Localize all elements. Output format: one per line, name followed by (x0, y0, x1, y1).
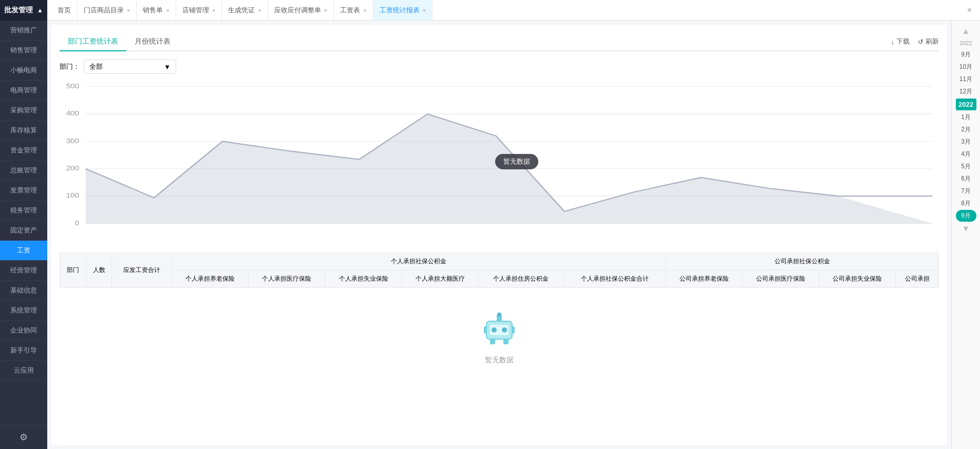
col-personal-unemployment: 个人承担失业保险 (325, 270, 402, 288)
timeline-month-5月[interactable]: 5月 (956, 161, 976, 172)
sidebar-item-总账管理[interactable]: 总账管理 (0, 161, 47, 181)
svg-text:400: 400 (66, 109, 80, 117)
tab-close-icon[interactable]: × (258, 7, 261, 13)
svg-rect-22 (503, 339, 508, 344)
data-table: 部门 人数 应发工资合计 个人承担社保公积金 公司承担社保公积金 个人承担养老保… (60, 252, 939, 288)
tab-close-icon[interactable]: × (212, 7, 215, 13)
svg-text:300: 300 (66, 137, 80, 145)
timeline-month-7月[interactable]: 7月 (956, 185, 976, 197)
sidebar-item-销售管理[interactable]: 销售管理 (0, 41, 47, 61)
svg-text:0: 0 (75, 219, 80, 227)
timeline-month-12月[interactable]: 12月 (956, 86, 976, 97)
sidebar-item-营销推广[interactable]: 营销推广 (0, 21, 47, 41)
svg-point-16 (502, 327, 507, 333)
sidebar-item-云应用[interactable]: 云应用 (0, 361, 47, 381)
col-company-medical: 公司承担医疗保险 (742, 270, 819, 288)
timeline-down-arrow[interactable]: ▼ (960, 222, 972, 236)
tab-close-icon[interactable]: × (423, 7, 426, 13)
timeline-month-4月[interactable]: 4月 (956, 148, 976, 160)
tab-工资统计报表[interactable]: 工资统计报表× (373, 0, 432, 21)
svg-point-15 (492, 327, 497, 333)
sidebar-item-基础信息[interactable]: 基础信息 (0, 281, 47, 301)
sidebar-item-系统管理[interactable]: 系统管理 (0, 301, 47, 321)
tab-门店商品目录[interactable]: 门店商品目录× (78, 0, 137, 21)
sidebar-item-新手引导[interactable]: 新手引导 (0, 341, 47, 361)
timeline-month-11月[interactable]: 11月 (956, 73, 976, 85)
tab-close-icon[interactable]: × (166, 7, 169, 13)
sidebar-header: 批发管理 ▲ (0, 0, 47, 21)
tab-month-stats[interactable]: 月份统计表 (126, 33, 179, 51)
col-total-salary: 应发工资合计 (112, 253, 172, 288)
svg-rect-21 (490, 339, 495, 344)
col-headcount: 人数 (86, 253, 112, 288)
tab-close-icon[interactable]: × (324, 7, 327, 13)
tab-店铺管理[interactable]: 店铺管理× (176, 0, 222, 21)
empty-state: 暂无数据 (60, 288, 939, 385)
settings-icon[interactable]: ⚙ (0, 425, 47, 449)
timeline-month-2月[interactable]: 2月 (956, 124, 976, 135)
col-dept: 部门 (60, 253, 86, 288)
col-company-unemployment: 公司承担失业保险 (819, 270, 896, 288)
sidebar-item-采购管理[interactable]: 采购管理 (0, 101, 47, 121)
filter-toolbar: 部门： 全部 ▼ (60, 60, 939, 74)
tab-销售单[interactable]: 销售单× (137, 0, 176, 21)
dept-select[interactable]: 全部 ▼ (84, 60, 176, 74)
col-company-other: 公司承担 (896, 270, 939, 288)
sidebar-title: 批发管理 (4, 6, 33, 15)
tab-dept-stats[interactable]: 部门工资统计表 (60, 33, 126, 51)
timeline-up-arrow[interactable]: ▲ (960, 25, 972, 38)
timeline-month-9月[interactable]: 9月 (956, 210, 976, 222)
sidebar-expand-icon[interactable]: ▲ (37, 7, 43, 14)
sidebar-item-库存核算[interactable]: 库存核算 (0, 121, 47, 141)
tab-首页[interactable]: 首页 (51, 0, 78, 21)
empty-text: 暂无数据 (485, 356, 514, 365)
col-personal-medical: 个人承担医疗保险 (249, 270, 325, 288)
chart-tooltip: 暂无数据 (495, 154, 538, 169)
chart-area: 500 400 300 200 100 0 (60, 80, 939, 244)
robot-illustration (479, 308, 520, 349)
col-personal-major-medical: 个人承担大额医疗 (402, 270, 478, 288)
sidebar-item-发票管理[interactable]: 发票管理 (0, 181, 47, 201)
col-personal-housing: 个人承担住房公积金 (479, 270, 564, 288)
inner-tabs: 部门工资统计表 月份统计表 ↓ 下载 ↺ 刷新 (60, 33, 939, 51)
col-company-pension: 公司承担养老保险 (666, 270, 742, 288)
timeline-month-6月[interactable]: 6月 (956, 173, 976, 185)
timeline-month-9月[interactable]: 9月 (956, 49, 976, 61)
toolbar-actions: ↓ 下载 ↺ 刷新 (891, 33, 939, 50)
refresh-label: 刷新 (926, 37, 939, 46)
timeline-month-3月[interactable]: 3月 (956, 136, 976, 148)
main-area: 首页门店商品目录×销售单×店铺管理×生成凭证×应收应付调整单×工资表×工资统计报… (47, 0, 980, 449)
sidebar-item-经营管理[interactable]: 经营管理 (0, 261, 47, 281)
sidebar-item-税务管理[interactable]: 税务管理 (0, 201, 47, 221)
sidebar: 批发管理 ▲ 营销推广销售管理小畅电商电商管理采购管理库存核算资金管理总账管理发… (0, 0, 47, 449)
tab-应收应付调整单[interactable]: 应收应付调整单× (268, 0, 334, 21)
sidebar-item-小畅电商[interactable]: 小畅电商 (0, 61, 47, 81)
download-button[interactable]: ↓ 下载 (891, 33, 910, 50)
sidebar-item-企业协同[interactable]: 企业协同 (0, 321, 47, 341)
timeline-month-10月[interactable]: 10月 (956, 61, 976, 73)
refresh-button[interactable]: ↺ 刷新 (918, 33, 939, 50)
tab-生成凭证[interactable]: 生成凭证× (222, 0, 268, 21)
svg-rect-20 (512, 326, 515, 334)
sidebar-item-电商管理[interactable]: 电商管理 (0, 81, 47, 101)
col-personal-pension: 个人承担养老保险 (172, 270, 248, 288)
timeline-month-1月[interactable]: 1月 (956, 111, 976, 123)
content-area: 部门工资统计表 月份统计表 ↓ 下载 ↺ 刷新 部门： (47, 21, 980, 449)
tab-close-icon[interactable]: × (127, 7, 130, 13)
svg-text:200: 200 (66, 164, 80, 172)
sidebar-item-固定资产[interactable]: 固定资产 (0, 221, 47, 241)
col-personal-total: 个人承担社保公积金合计 (563, 270, 666, 288)
sidebar-item-工资[interactable]: 工资 (0, 241, 47, 261)
close-all-tabs-button[interactable]: × (963, 6, 976, 15)
refresh-icon: ↺ (918, 38, 924, 46)
timeline-year-active[interactable]: 2022 (956, 99, 976, 110)
svg-text:100: 100 (66, 191, 80, 199)
timeline-month-8月[interactable]: 8月 (956, 198, 976, 209)
tab-close-icon[interactable]: × (363, 7, 366, 13)
tab-工资表[interactable]: 工资表× (334, 0, 373, 21)
chevron-down-icon: ▼ (164, 63, 171, 71)
sidebar-item-资金管理[interactable]: 资金管理 (0, 141, 47, 161)
timeline-panel: ▲ 2022 9月10月11月12月 2022 1月2月3月4月5月6月7月8月… (951, 21, 980, 449)
page-content: 部门工资统计表 月份统计表 ↓ 下载 ↺ 刷新 部门： (51, 25, 947, 445)
svg-text:500: 500 (66, 82, 80, 90)
